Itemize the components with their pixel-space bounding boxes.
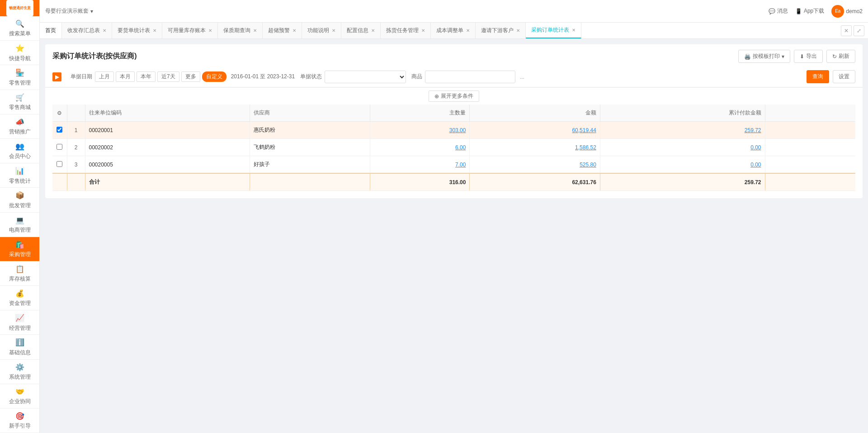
breadcrumb: 母婴行业演示账套 ▾ xyxy=(45,7,769,15)
tab-pick_task[interactable]: 拣货任务管理✕ xyxy=(381,23,431,38)
td-checkbox-3[interactable] xyxy=(52,156,67,174)
app-download-action[interactable]: 📱 App下载 xyxy=(795,7,824,15)
td-checkbox-2[interactable] xyxy=(52,139,67,156)
refresh-icon: ↻ xyxy=(832,53,837,60)
row-checkbox-1[interactable] xyxy=(57,127,62,133)
tab-close-shelf_life[interactable]: ✕ xyxy=(253,29,257,33)
sidebar-item-marketing[interactable]: 📣 营销推广 xyxy=(0,114,40,139)
section-toggle[interactable]: ▶ xyxy=(52,72,61,81)
tab-close-config[interactable]: ✕ xyxy=(371,29,375,33)
td-seq-1: 1 xyxy=(67,122,85,139)
table-row[interactable]: 1 00020001 惠氏奶粉 303.00 60,519.44 259.72 xyxy=(52,122,855,139)
tab-shelf_life[interactable]: 保质期查询✕ xyxy=(218,23,263,38)
tab-label-home: 首页 xyxy=(45,27,56,34)
settings-btn[interactable]: 设置 xyxy=(833,70,855,83)
date-btn-this-month[interactable]: 本月 xyxy=(116,71,135,82)
expand-label: 展开更多条件 xyxy=(441,92,473,100)
user-name: demo2 xyxy=(846,8,863,14)
sidebar-item-wholesale_mgmt[interactable]: 📦 批发管理 xyxy=(0,188,40,212)
tab-requisition[interactable]: 要货单统计表✕ xyxy=(112,23,162,38)
sidebar-item-ecommerce[interactable]: 💻 电商管理 xyxy=(0,213,40,237)
tab-func_desc[interactable]: 功能说明✕ xyxy=(302,23,341,38)
quick_nav-icon: ⭐ xyxy=(15,43,24,53)
sidebar-item-retail_stats[interactable]: 📊 零售统计 xyxy=(0,163,40,188)
goods-input[interactable] xyxy=(425,71,515,83)
footer-label: 合计 xyxy=(85,173,250,191)
table-body: 1 00020001 惠氏奶粉 303.00 60,519.44 259.72 … xyxy=(52,122,855,174)
sidebar-item-purchase_mgmt[interactable]: 🛍️ 采购管理 xyxy=(0,237,40,262)
search-icon: 🔍 xyxy=(15,19,24,29)
export-btn[interactable]: ⬇ 导出 xyxy=(794,50,823,63)
sidebar-logo[interactable]: 畅捷通好生意 xyxy=(0,0,40,16)
sidebar-item-label-retail_mgmt: 零售管理 xyxy=(9,79,31,87)
sidebar-item-member_center[interactable]: 👥 会员中心 xyxy=(0,139,40,163)
tab-invite_downstream[interactable]: 邀请下游客户✕ xyxy=(476,23,526,38)
sidebar-item-retail_mgmt[interactable]: 🏪 零售管理 xyxy=(0,65,40,90)
breadcrumb-text: 母婴行业演示账套 xyxy=(45,7,89,15)
query-btn[interactable]: 查询 xyxy=(807,70,829,83)
date-btn-more[interactable]: 更多 xyxy=(181,71,200,82)
sidebar-item-enterprise[interactable]: 🤝 企业协同 xyxy=(0,384,40,409)
row-checkbox-2[interactable] xyxy=(57,144,62,150)
sidebar-item-quick_nav[interactable]: ⭐ 快捷导航 xyxy=(0,41,40,65)
date-btn-7days[interactable]: 近7天 xyxy=(157,71,179,82)
sidebar-item-finance[interactable]: 💰 资金管理 xyxy=(0,286,40,310)
export-icon: ⬇ xyxy=(800,53,804,60)
tab-expand-btn[interactable]: ⤢ xyxy=(854,25,864,36)
ecommerce-icon: 💻 xyxy=(15,215,24,225)
table-row[interactable]: 3 00020005 好孩子 7.00 525.80 0.00 xyxy=(52,156,855,174)
tab-close-cost_adjust[interactable]: ✕ xyxy=(466,29,470,33)
td-main-qty-1: 303.00 xyxy=(370,122,470,139)
tab-close-stock_account[interactable]: ✕ xyxy=(208,29,212,33)
tab-close-invite_downstream[interactable]: ✕ xyxy=(516,29,520,33)
expand-row: ⊕ 展开更多条件 xyxy=(45,87,863,105)
expand-btn[interactable]: ⊕ 展开更多条件 xyxy=(429,90,479,102)
tab-close-func_desc[interactable]: ✕ xyxy=(332,29,335,33)
message-action[interactable]: 💬 消息 xyxy=(769,7,788,15)
tab-close-requisition[interactable]: ✕ xyxy=(153,29,156,33)
th-settings[interactable]: ⚙ xyxy=(52,105,67,122)
goods-more-icon[interactable]: ... xyxy=(520,74,524,80)
tab-close-btn[interactable]: ✕ xyxy=(841,25,852,36)
sidebar-item-label-search: 搜索菜单 xyxy=(9,30,31,38)
sidebar-item-search[interactable]: 🔍 搜索菜单 xyxy=(0,16,40,41)
tab-config[interactable]: 配置信息✕ xyxy=(341,23,381,38)
date-btn-custom[interactable]: 自定义 xyxy=(202,71,226,82)
tab-stock_account[interactable]: 可用量库存账本✕ xyxy=(162,23,218,38)
tab-home[interactable]: 首页 xyxy=(40,23,62,38)
date-btn-this-year[interactable]: 本年 xyxy=(137,71,156,82)
purchase_mgmt-icon: 🛍️ xyxy=(15,240,24,250)
row-checkbox-3[interactable] xyxy=(57,161,62,167)
sidebar-item-inventory[interactable]: 📋 库存核算 xyxy=(0,262,40,286)
tab-overstock[interactable]: 超储预警✕ xyxy=(263,23,302,38)
sidebar-item-label-retail_stats: 零售统计 xyxy=(9,177,31,185)
settings-icon[interactable]: ⚙ xyxy=(57,110,62,116)
status-select[interactable] xyxy=(325,71,406,83)
table-row[interactable]: 2 00020002 飞鹤奶粉 6.00 1,586.52 0.00 xyxy=(52,139,855,156)
td-supplier-name-1: 惠氏奶粉 xyxy=(250,122,370,139)
tab-close-pick_task[interactable]: ✕ xyxy=(421,29,425,33)
td-checkbox-1[interactable] xyxy=(52,122,67,139)
tab-purchase_summary[interactable]: 采购订单统计表✕ xyxy=(526,23,581,38)
sidebar-item-basic_info[interactable]: ℹ️ 基础信息 xyxy=(0,335,40,359)
td-paid-amount-3: 0.00 xyxy=(600,156,765,174)
sidebar-item-biz_mgmt[interactable]: 📈 经营管理 xyxy=(0,310,40,335)
th-extra xyxy=(765,105,855,122)
sidebar-item-new_guide[interactable]: 🎯 新手引导 xyxy=(0,409,40,433)
sidebar-item-label-basic_info: 基础信息 xyxy=(9,349,31,357)
date-presets: 上月 本月 本年 近7天 更多 自定义 xyxy=(95,71,226,82)
user-action[interactable]: Ea demo2 xyxy=(831,5,863,18)
sys_mgmt-icon: ⚙️ xyxy=(15,362,24,372)
sidebar-item-retail_mall[interactable]: 🛒 零售商城 xyxy=(0,90,40,114)
tab-collect[interactable]: 收发存汇总表✕ xyxy=(62,23,112,38)
refresh-btn[interactable]: ↻ 刷新 xyxy=(826,50,855,63)
tab-cost_adjust[interactable]: 成本调整单✕ xyxy=(431,23,476,38)
date-btn-last-month[interactable]: 上月 xyxy=(95,71,114,82)
print-btn[interactable]: 🖨️ 按模板打印 ▾ xyxy=(738,50,790,63)
sidebar-item-label-sys_mgmt: 系统管理 xyxy=(9,373,31,381)
tab-close-purchase_summary[interactable]: ✕ xyxy=(572,28,576,33)
sidebar-item-sys_mgmt[interactable]: ⚙️ 系统管理 xyxy=(0,360,40,384)
tab-close-collect[interactable]: ✕ xyxy=(103,29,106,33)
sidebar-item-label-ecommerce: 电商管理 xyxy=(9,226,31,234)
tab-close-overstock[interactable]: ✕ xyxy=(292,29,296,33)
